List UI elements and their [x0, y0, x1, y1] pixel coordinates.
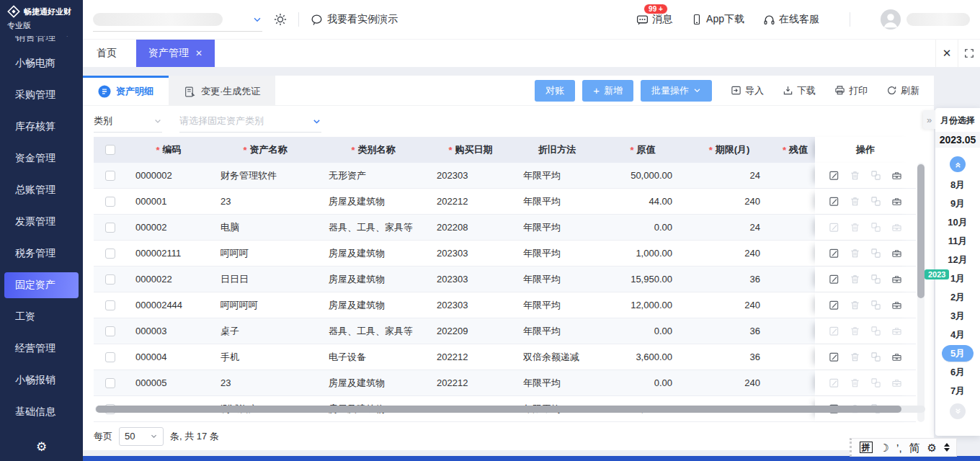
tab-asset-management[interactable]: 资产管理 ✕ — [136, 40, 215, 67]
sidebar-item-7[interactable]: 税务管理 — [0, 238, 83, 269]
delete-icon[interactable] — [850, 377, 860, 388]
sidebar-item-11[interactable]: 小畅报销 — [0, 364, 83, 396]
change-icon[interactable] — [870, 377, 881, 388]
row-checkbox[interactable] — [105, 378, 115, 388]
select-all-checkbox[interactable] — [105, 145, 115, 155]
delete-icon[interactable] — [850, 222, 860, 233]
month-item[interactable]: 4月 — [942, 326, 974, 344]
change-icon[interactable] — [870, 170, 881, 181]
per-page-select[interactable]: 50 — [119, 427, 164, 446]
inventory-icon[interactable] — [891, 248, 902, 259]
sidebar-item-2[interactable]: 采购管理 — [0, 79, 83, 111]
month-item[interactable]: 6月 — [942, 363, 974, 382]
change-icon[interactable] — [870, 326, 881, 336]
sidebar-item-3[interactable]: 库存核算 — [0, 111, 83, 143]
row-checkbox[interactable] — [105, 326, 115, 336]
inventory-icon[interactable] — [891, 222, 902, 233]
tab-home[interactable]: 首页 — [83, 40, 130, 67]
sidebar-settings-gear-icon[interactable]: ⚙ — [0, 439, 83, 455]
category-select[interactable]: 类别 — [94, 111, 162, 133]
subtab-0[interactable]: 资产明细 — [83, 76, 169, 105]
edit-icon[interactable] — [829, 377, 839, 388]
sidebar-item-9[interactable]: 工资 — [0, 301, 83, 333]
month-item[interactable]: 8月 — [942, 176, 974, 194]
app-download-button[interactable]: App下载 — [691, 13, 744, 26]
ime-expand-icon[interactable] — [944, 443, 950, 452]
primary-button-1[interactable]: +新增 — [582, 80, 633, 102]
row-checkbox[interactable] — [105, 249, 115, 259]
edit-icon[interactable] — [829, 274, 839, 285]
month-item[interactable]: 7月 — [942, 382, 974, 400]
edit-icon[interactable] — [829, 352, 839, 362]
scroll-months-up-icon[interactable] — [950, 156, 966, 172]
row-checkbox[interactable] — [105, 197, 115, 207]
month-item[interactable]: 11月 — [940, 232, 976, 251]
inventory-icon[interactable] — [891, 196, 902, 207]
ime-item-2[interactable]: ’, — [896, 442, 902, 453]
row-checkbox[interactable] — [105, 352, 115, 362]
company-selector[interactable] — [93, 7, 262, 32]
tab-close-icon[interactable]: ✕ — [195, 48, 202, 58]
change-icon[interactable] — [870, 248, 881, 259]
sidebar-item-5[interactable]: 总账管理 — [0, 174, 83, 206]
settings-gear-icon[interactable] — [274, 13, 287, 26]
vertical-scrollbar[interactable] — [917, 163, 925, 422]
row-checkbox[interactable] — [105, 300, 115, 310]
sidebar-item-4[interactable]: 资金管理 — [0, 143, 83, 174]
month-item[interactable]: 2月 — [942, 288, 974, 307]
messages-button[interactable]: 99 + 消息 — [636, 13, 672, 26]
edit-icon[interactable] — [829, 170, 839, 181]
change-icon[interactable] — [870, 352, 881, 362]
delete-icon[interactable] — [850, 248, 860, 259]
fullscreen-icon[interactable] — [958, 40, 980, 67]
ime-item-1[interactable]: ☽ — [880, 442, 889, 453]
inventory-icon[interactable] — [891, 170, 902, 181]
change-icon[interactable] — [870, 274, 881, 285]
row-checkbox[interactable] — [105, 171, 115, 181]
delete-icon[interactable] — [850, 326, 860, 336]
inventory-icon[interactable] — [891, 326, 902, 336]
inventory-icon[interactable] — [891, 352, 902, 362]
month-item[interactable]: 3月 — [942, 307, 974, 326]
edit-icon[interactable] — [829, 222, 839, 233]
print-button[interactable]: 打印 — [834, 84, 868, 97]
sidebar-item-6[interactable]: 发票管理 — [0, 206, 83, 238]
horizontal-scrollbar-thumb[interactable] — [96, 406, 901, 413]
delete-icon[interactable] — [850, 196, 860, 207]
change-icon[interactable] — [870, 196, 881, 207]
collapse-panel-icon[interactable]: » — [923, 110, 935, 129]
month-item[interactable]: 10月 — [939, 213, 976, 232]
edit-icon[interactable] — [829, 248, 839, 259]
sidebar-item-12[interactable]: 基础信息 — [0, 396, 83, 428]
row-checkbox[interactable] — [105, 223, 115, 233]
import-button[interactable]: 导入 — [731, 84, 764, 97]
horizontal-scrollbar[interactable] — [95, 406, 925, 413]
change-icon[interactable] — [870, 222, 881, 233]
inventory-icon[interactable] — [891, 300, 902, 310]
edit-icon[interactable] — [829, 326, 839, 336]
close-all-tabs-icon[interactable]: ✕ — [935, 40, 958, 67]
online-service-button[interactable]: 在线客服 — [763, 13, 819, 26]
month-item[interactable]: 9月 — [942, 194, 974, 213]
ime-item-3[interactable]: 简 — [909, 442, 920, 453]
sidebar-item-1[interactable]: 小畅电商 — [0, 48, 83, 79]
edit-icon[interactable] — [829, 196, 839, 207]
month-item[interactable]: 12月 — [939, 251, 976, 269]
edit-icon[interactable] — [829, 300, 839, 310]
scroll-months-down-icon[interactable] — [950, 403, 966, 419]
download-button[interactable]: 下载 — [783, 84, 816, 97]
inventory-icon[interactable] — [891, 274, 902, 285]
sidebar-item-10[interactable]: 经营管理 — [0, 333, 83, 364]
month-item-selected[interactable]: 5月 — [942, 345, 974, 362]
change-icon[interactable] — [870, 300, 881, 310]
delete-icon[interactable] — [850, 170, 860, 181]
delete-icon[interactable] — [850, 300, 860, 310]
asset-category-select[interactable]: 请选择固定资产类别 — [179, 111, 321, 133]
user-menu[interactable] — [881, 9, 970, 30]
vertical-scrollbar-thumb[interactable] — [917, 164, 925, 298]
subtab-1[interactable]: 变更·生成凭证 — [169, 76, 275, 105]
inventory-icon[interactable] — [891, 377, 902, 388]
primary-button-2[interactable]: 批量操作 — [641, 80, 712, 102]
ime-item-4[interactable]: ⚙ — [927, 442, 937, 453]
demo-link[interactable]: 我要看实例演示 — [311, 13, 398, 26]
